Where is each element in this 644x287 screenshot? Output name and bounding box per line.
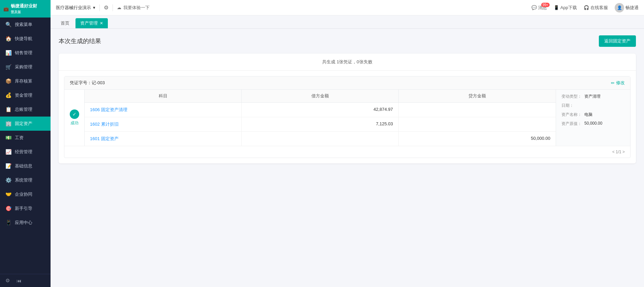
sidebar-item-purchase[interactable]: 🛒 采购管理 xyxy=(0,60,51,74)
sidebar-item-app-center[interactable]: 📱 应用中心 xyxy=(0,216,51,230)
app-sub: 普及版 xyxy=(11,10,37,14)
sidebar-item-fixed-assets[interactable]: 🏢 固定资产 xyxy=(0,117,51,131)
asset-name-label: 资产名称： xyxy=(561,112,582,118)
username: 畅捷通 xyxy=(625,5,639,11)
edit-icon: ✏ xyxy=(611,81,615,86)
topbar-divider-2 xyxy=(113,4,113,11)
guide-icon: 🎯 xyxy=(5,205,11,212)
edit-button[interactable]: ✏ 修改 xyxy=(611,80,625,86)
tab-asset-mgmt[interactable]: 资产管理 ✕ xyxy=(75,18,108,28)
download-icon: 📱 xyxy=(554,5,559,10)
sidebar-item-quick-nav[interactable]: 🏠 快捷导航 xyxy=(0,32,51,46)
tab-asset-mgmt-label: 资产管理 xyxy=(80,20,98,26)
sidebar-label-inventory: 库存核算 xyxy=(15,78,32,84)
voucher-number: 凭证字号：记-003 xyxy=(70,80,105,86)
app-name: 畅捷通好业财 xyxy=(11,3,37,9)
sidebar-label-operations: 经营管理 xyxy=(15,149,32,155)
table-row: 1606 固定资产清理 42,874.97 xyxy=(85,103,556,117)
sidebar-bottom: ⚙ ⏮ xyxy=(0,274,51,287)
cell-subject-1[interactable]: 1602 累计折旧 xyxy=(85,117,242,131)
avatar: 👤 xyxy=(615,3,624,12)
online-support-button[interactable]: 🎧 在线客服 xyxy=(584,5,608,11)
status-column: ✓ 成功 xyxy=(64,90,85,146)
sidebar-item-guide[interactable]: 🎯 新手引导 xyxy=(0,201,51,216)
cell-credit-2: 50,000.00 xyxy=(399,132,556,146)
sidebar-label-system: 系统管理 xyxy=(15,177,32,183)
app-download-button[interactable]: 📱 App下载 xyxy=(554,5,577,11)
logo-icon: 💼 xyxy=(3,6,9,11)
voucher-table: 科目 借方金额 贷方金额 1606 固定资产清理 42,874.97 1602 … xyxy=(85,90,556,146)
pagination: < 1/1 > xyxy=(64,146,630,158)
messages-badge: 99+ xyxy=(541,3,550,7)
basic-info-icon: 📝 xyxy=(5,163,11,169)
date-label: 日期： xyxy=(561,103,574,108)
change-type-value: 资产清理 xyxy=(584,94,601,99)
sidebar-item-system[interactable]: ⚙️ 系统管理 xyxy=(0,173,51,187)
return-button[interactable]: 返回固定资产 xyxy=(599,35,636,47)
sidebar-label-guide: 新手引导 xyxy=(15,205,32,212)
sidebar-item-payroll[interactable]: 💵 工资 xyxy=(0,131,51,145)
app-logo: 💼 畅捷通好业财 普及版 xyxy=(0,0,51,18)
result-panel: 共生成 1张凭证，0张失败 凭证字号：记-003 ✏ 修改 ✓ 成功 xyxy=(59,54,636,163)
experience-label: 我要体验一下 xyxy=(123,5,150,11)
pagination-text[interactable]: < 1/1 > xyxy=(612,150,625,154)
sidebar-label-search: 搜索菜单 xyxy=(15,22,32,28)
sales-icon: 📊 xyxy=(5,50,11,56)
search-icon: 🔍 xyxy=(5,22,11,28)
messages-button[interactable]: 💬 消息 99+ xyxy=(531,5,547,11)
operations-icon: 📈 xyxy=(5,149,11,155)
sidebar-label-ledger: 总账管理 xyxy=(15,106,32,113)
table-row: 1602 累计折旧 7,125.03 xyxy=(85,117,556,132)
collapse-icon[interactable]: ⏮ xyxy=(17,278,22,284)
result-summary: 共生成 1张凭证，0张失败 xyxy=(59,54,636,71)
main-area: 医疗器械行业演示 ▾ ⚙ ☁ 我要体验一下 💬 消息 99+ 📱 App下载 🎧… xyxy=(51,0,644,287)
funds-icon: 💰 xyxy=(5,92,11,98)
purchase-icon: 🛒 xyxy=(5,64,11,70)
cooperation-icon: 🤝 xyxy=(5,191,11,197)
sidebar-item-ledger[interactable]: 📋 总账管理 xyxy=(0,102,51,117)
chevron-down-icon: ▾ xyxy=(93,5,95,10)
sidebar-item-operations[interactable]: 📈 经营管理 xyxy=(0,145,51,159)
fixed-assets-icon: 🏢 xyxy=(5,121,11,127)
cell-subject-2[interactable]: 1601 固定资产 xyxy=(85,132,242,146)
tab-home[interactable]: 首页 xyxy=(56,18,74,28)
inventory-icon: 📦 xyxy=(5,78,11,84)
sidebar-label-cooperation: 企业协同 xyxy=(15,191,32,197)
sidebar-item-funds[interactable]: 💰 资金管理 xyxy=(0,88,51,102)
sidebar-item-cooperation[interactable]: 🤝 企业协同 xyxy=(0,187,51,201)
user-menu[interactable]: 👤 畅捷通 xyxy=(615,3,639,12)
gear-icon[interactable]: ⚙ xyxy=(104,4,109,11)
sidebar-item-sales[interactable]: 📊 销售管理 xyxy=(0,46,51,60)
sidebar-scroll: 🔍 搜索菜单 🏠 快捷导航 📊 销售管理 🛒 采购管理 📦 库存核算 💰 资金管… xyxy=(0,18,51,274)
company-selector[interactable]: 医疗器械行业演示 ▾ xyxy=(56,5,95,11)
sidebar-item-search[interactable]: 🔍 搜索菜单 xyxy=(0,18,51,32)
right-panel-change-type: 变动类型： 资产清理 xyxy=(561,94,625,99)
settings-icon[interactable]: ⚙ xyxy=(5,278,10,284)
right-panel: 变动类型： 资产清理 日期： 资产名称： 电脑 资产原值： xyxy=(556,90,630,146)
success-icon: ✓ xyxy=(70,109,79,119)
ledger-icon: 📋 xyxy=(5,106,11,113)
sidebar-item-basic-info[interactable]: 📝 基础信息 xyxy=(0,159,51,173)
cell-subject-0[interactable]: 1606 固定资产清理 xyxy=(85,103,242,117)
change-type-label: 变动类型： xyxy=(561,94,582,99)
right-panel-asset-name: 资产名称： 电脑 xyxy=(561,112,625,118)
app-download-label: App下载 xyxy=(560,5,577,11)
topbar-divider-1 xyxy=(99,4,100,11)
topbar-right: 💬 消息 99+ 📱 App下载 🎧 在线客服 👤 畅捷通 xyxy=(531,3,639,12)
right-panel-date: 日期： xyxy=(561,103,625,108)
online-support-label: 在线客服 xyxy=(590,5,608,11)
original-value-label: 资产原值： xyxy=(561,121,582,127)
sidebar-item-inventory[interactable]: 📦 库存核算 xyxy=(0,74,51,88)
tabbar: 首页 资产管理 ✕ xyxy=(51,15,644,29)
sidebar-label-quick-nav: 快捷导航 xyxy=(15,36,32,42)
tab-close-icon[interactable]: ✕ xyxy=(100,21,103,26)
status-text: 成功 xyxy=(70,120,79,126)
experience-button[interactable]: ☁ 我要体验一下 xyxy=(117,5,150,11)
page-title: 本次生成的结果 xyxy=(59,37,101,45)
voucher-header: 凭证字号：记-003 ✏ 修改 xyxy=(64,76,630,90)
header-subject: 科目 xyxy=(85,90,242,102)
header-debit: 借方金额 xyxy=(242,90,399,102)
topbar: 医疗器械行业演示 ▾ ⚙ ☁ 我要体验一下 💬 消息 99+ 📱 App下载 🎧… xyxy=(51,0,644,15)
headset-icon: 🎧 xyxy=(584,5,589,10)
tab-home-label: 首页 xyxy=(61,20,69,26)
